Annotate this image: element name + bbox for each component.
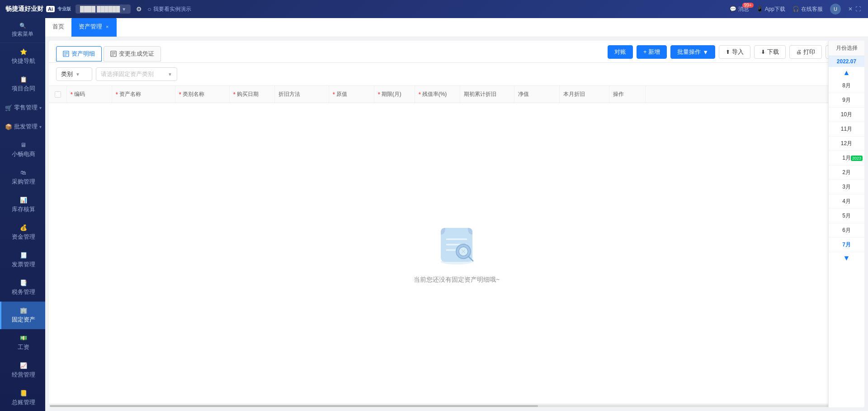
tab-close-icon[interactable]: × <box>105 24 109 30</box>
app-download-button[interactable]: 📱 App下载 <box>756 5 785 13</box>
purchase-label: 采购管理 <box>12 178 35 186</box>
sidebar-item-finance[interactable]: 💰 资金管理 <box>0 219 45 246</box>
retail-label: 零售管理 <box>14 104 38 112</box>
demo-link[interactable]: ○ 我要看实例演示 <box>147 5 191 13</box>
settings-button[interactable]: ⚙ <box>134 4 144 14</box>
tax-label: 税务管理 <box>12 288 35 296</box>
category-placeholder: 请选择固定资产类别 <box>101 70 154 78</box>
sidebar: 🔍 搜索菜单 ⭐ 快捷导航 📋 项目合同 🛒 零售管理 ▾ 📦 批发管理 ▾ 🖥… <box>0 18 45 411</box>
app-download-label: App下载 <box>765 5 785 13</box>
month-item-9[interactable]: 9月 <box>829 93 864 108</box>
customer-service-button[interactable]: 🎧 在线客服 <box>793 5 823 13</box>
search-menu-label: 搜索菜单 <box>12 30 33 38</box>
month-item-8[interactable]: 8月 <box>829 79 864 93</box>
fixed-assets-label: 固定资产 <box>12 316 35 324</box>
tab-bar: 首页 资产管理 × <box>45 18 868 37</box>
tax-icon: 📑 <box>20 279 27 286</box>
general-ledger-icon: 📒 <box>20 390 27 397</box>
th-asset-name: * 资产名称 <box>112 86 175 103</box>
message-badge: 99+ <box>742 3 754 8</box>
sidebar-item-payroll[interactable]: 💵 工资 <box>0 329 45 357</box>
sidebar-item-inventory[interactable]: 📊 库存核算 <box>0 191 45 219</box>
account-dropdown-icon[interactable]: ▼ <box>122 7 126 12</box>
sidebar-item-fixed-assets[interactable]: 🏢 固定资产 <box>0 302 45 329</box>
select-all-checkbox[interactable] <box>55 91 61 98</box>
download-icon: ⬇ <box>761 49 765 55</box>
sidebar-item-wholesale[interactable]: 📦 批发管理 ▾ <box>0 117 45 136</box>
account-name: ████ ██████ <box>80 6 120 12</box>
print-button[interactable]: 🖨 打印 <box>789 45 822 59</box>
month-panel-up-arrow[interactable]: ▲ <box>829 67 864 79</box>
reconcile-button[interactable]: 对账 <box>608 45 633 59</box>
wholesale-icon: 📦 <box>5 123 12 130</box>
general-ledger-label: 总账管理 <box>12 398 35 406</box>
search-menu-icon: 🔍 <box>19 23 26 29</box>
th-accumulated-depreciation: 期初累计折旧 <box>460 86 514 103</box>
operations-icon: 📈 <box>20 362 27 369</box>
asset-detail-icon <box>63 51 69 57</box>
window-maximize-button[interactable]: ⛶ <box>855 6 861 12</box>
import-button[interactable]: ⬆ 导入 <box>719 45 750 59</box>
purchase-icon: 🛍 <box>20 169 26 176</box>
tab-home[interactable]: 首页 <box>45 18 71 37</box>
payroll-icon: 💵 <box>20 335 27 341</box>
sub-tab-bar: 资产明细 变更生成凭证 对账 <box>49 41 864 63</box>
sidebar-item-mini-ecommerce[interactable]: 🖥 小畅电商 <box>0 136 45 164</box>
th-checkbox[interactable] <box>49 86 67 103</box>
month-item-12[interactable]: 12月 <box>829 137 864 151</box>
sub-tab-change-voucher[interactable]: 变更生成凭证 <box>104 46 161 61</box>
batch-ops-button[interactable]: 批量操作 ▼ <box>670 45 715 59</box>
demo-link-text: 我要看实例演示 <box>153 5 191 13</box>
top-bar-center: ████ ██████ ▼ ⚙ ○ 我要看实例演示 <box>75 4 725 14</box>
month-item-7[interactable]: 7月 <box>829 238 864 252</box>
month-item-6[interactable]: 6月 <box>829 223 864 238</box>
month-panel-down-arrow[interactable]: ▼ <box>829 252 864 264</box>
sidebar-item-project-contract[interactable]: 📋 项目合同 <box>0 71 45 98</box>
change-voucher-icon <box>110 51 117 57</box>
project-contract-icon: 📋 <box>20 76 27 83</box>
sidebar-item-purchase[interactable]: 🛍 采购管理 <box>0 164 45 191</box>
inventory-icon: 📊 <box>20 197 27 203</box>
scrollbar-thumb[interactable] <box>50 405 538 407</box>
empty-state-icon <box>429 223 484 269</box>
sidebar-item-operations[interactable]: 📈 经营管理 <box>0 357 45 384</box>
th-category-name: * 类别名称 <box>175 86 230 103</box>
month-item-5[interactable]: 5月 <box>829 209 864 223</box>
toolbar-right: 对账 + 新增 批量操作 ▼ ⬆ 导入 ⬇ 下载 <box>608 45 857 62</box>
message-button[interactable]: 💬 消息 99+ <box>730 5 749 13</box>
category-label: 类别 <box>61 70 73 78</box>
sidebar-item-tax[interactable]: 📑 税务管理 <box>0 274 45 302</box>
payroll-label: 工资 <box>18 343 29 351</box>
sidebar-item-retail[interactable]: 🛒 零售管理 ▾ <box>0 98 45 117</box>
category-value-select[interactable]: 请选择固定资产类别 ▼ <box>96 67 177 81</box>
page-content: 资产明细 变更生成凭证 对账 <box>49 41 864 407</box>
add-new-button[interactable]: + 新增 <box>637 45 667 59</box>
category-dropdown-icon: ▼ <box>75 72 80 77</box>
sidebar-item-search-menu[interactable]: 🔍 搜索菜单 <box>0 18 45 43</box>
month-panel-current[interactable]: 2022.07 <box>829 56 864 67</box>
app-subtitle: 专业版 <box>57 6 71 12</box>
scrollbar-track[interactable] <box>50 405 863 407</box>
month-item-3[interactable]: 3月 <box>829 180 864 194</box>
month-item-4[interactable]: 4月 <box>829 194 864 209</box>
sidebar-item-general-ledger[interactable]: 📒 总账管理 <box>0 384 45 411</box>
empty-state-text: 当前您还没有固定资产明细哦~ <box>414 276 500 284</box>
table-header: * 编码 * 资产名称 * 类别名称 * 购买日期 <box>49 86 864 103</box>
up-arrow-icon: ▲ <box>843 69 850 77</box>
account-selector[interactable]: ████ ██████ ▼ <box>75 5 131 14</box>
user-avatar[interactable]: U <box>830 4 841 14</box>
month-item-11[interactable]: 11月 <box>829 122 864 137</box>
th-depreciation-method: 折旧方法 <box>275 86 329 103</box>
sub-tab-asset-detail[interactable]: 资产明细 <box>56 46 102 61</box>
month-item-1[interactable]: 1月 2023 <box>829 151 864 165</box>
app-logo: 畅捷通好业财 Ai 专业版 <box>5 5 71 13</box>
category-type-select[interactable]: 类别 ▼ <box>56 67 92 81</box>
month-item-2[interactable]: 2月 <box>829 165 864 180</box>
bottom-scrollbar[interactable] <box>49 404 864 407</box>
window-close-button[interactable]: ✕ <box>848 6 853 12</box>
sidebar-item-invoice[interactable]: 🧾 发票管理 <box>0 246 45 274</box>
month-item-10[interactable]: 10月 <box>829 108 864 122</box>
tab-asset-management[interactable]: 资产管理 × <box>71 18 117 37</box>
sidebar-item-quick-nav[interactable]: ⭐ 快捷导航 <box>0 43 45 71</box>
download-button[interactable]: ⬇ 下载 <box>754 45 786 59</box>
